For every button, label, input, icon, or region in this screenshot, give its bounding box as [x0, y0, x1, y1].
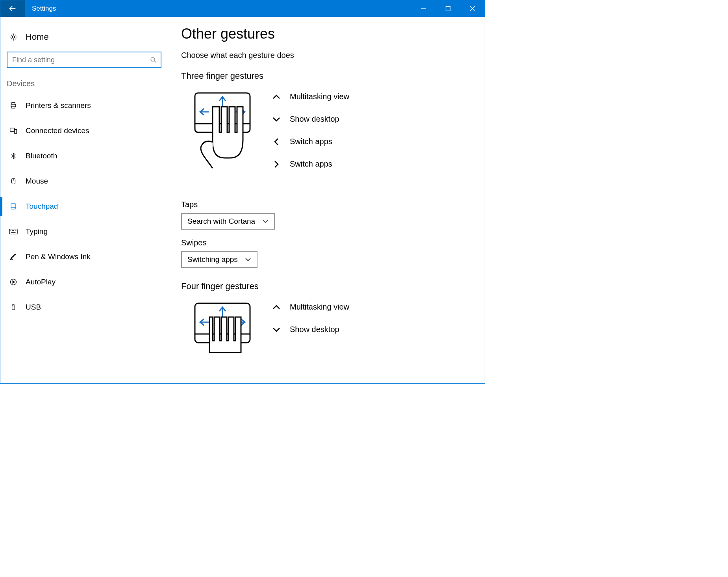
- svg-point-5: [12, 36, 15, 38]
- bluetooth-icon: [9, 152, 18, 160]
- svg-rect-12: [15, 130, 17, 134]
- page-title: Other gestures: [181, 26, 469, 42]
- chevron-left-icon: [272, 138, 281, 146]
- three-finger-row: Multitasking view Show desktop Switch ap…: [181, 89, 469, 191]
- gesture-down: Show desktop: [272, 325, 349, 334]
- sidebar-item-label: Pen & Windows Ink: [26, 252, 91, 261]
- touchpad-icon: [9, 202, 18, 210]
- sidebar-item-autoplay[interactable]: AutoPlay: [7, 269, 161, 295]
- content[interactable]: Other gestures Choose what each gesture …: [168, 17, 485, 383]
- four-finger-row: Multitasking view Show desktop: [181, 299, 469, 362]
- three-finger-illustration: [181, 89, 256, 191]
- mouse-icon: [9, 177, 18, 186]
- sidebar-item-label: Typing: [26, 227, 48, 236]
- svg-rect-25: [12, 306, 15, 310]
- arrow-left-icon: [8, 4, 17, 13]
- gesture-down: Show desktop: [272, 115, 349, 124]
- search-input[interactable]: [12, 56, 146, 64]
- sidebar-item-touchpad[interactable]: Touchpad: [7, 194, 161, 219]
- printer-icon: [9, 102, 18, 109]
- sidebar-item-label: Printers & scanners: [26, 101, 91, 110]
- page-subtitle: Choose what each gesture does: [181, 51, 469, 60]
- gear-icon: [9, 33, 18, 41]
- chevron-down-icon: [245, 257, 251, 262]
- close-icon: [470, 6, 475, 11]
- pen-icon: [9, 253, 18, 261]
- gesture-up-label: Multitasking view: [290, 302, 349, 312]
- swipes-dropdown[interactable]: Switching apps: [181, 251, 257, 268]
- taps-dropdown-value: Search with Cortana: [187, 217, 255, 226]
- sidebar-item-label: Mouse: [26, 177, 48, 186]
- search-icon: [150, 57, 157, 63]
- sidebar-nav: Printers & scanners Connected devices Bl…: [7, 93, 161, 320]
- sidebar: Home Devices Printers & scanners Connect…: [0, 17, 168, 383]
- gesture-right-label: Switch apps: [290, 160, 332, 169]
- window-title: Settings: [25, 0, 56, 17]
- home-button[interactable]: Home: [7, 28, 161, 49]
- svg-rect-9: [12, 103, 15, 104]
- gesture-up-label: Multitasking view: [290, 92, 349, 101]
- sidebar-item-pen[interactable]: Pen & Windows Ink: [7, 244, 161, 269]
- chevron-down-icon: [262, 219, 269, 224]
- keyboard-icon: [9, 228, 18, 235]
- gesture-left-label: Switch apps: [290, 137, 332, 146]
- sidebar-item-label: Bluetooth: [26, 152, 57, 160]
- svg-rect-15: [11, 204, 16, 209]
- swipes-label: Swipes: [181, 238, 469, 247]
- sidebar-item-printers[interactable]: Printers & scanners: [7, 93, 161, 118]
- sidebar-item-label: Connected devices: [26, 126, 89, 135]
- minimize-icon: [421, 6, 426, 11]
- chevron-down-icon: [272, 327, 281, 332]
- sidebar-item-connected-devices[interactable]: Connected devices: [7, 118, 161, 143]
- search-box[interactable]: [7, 52, 161, 68]
- gesture-up: Multitasking view: [272, 92, 349, 101]
- chevron-down-icon: [272, 117, 281, 122]
- maximize-icon: [445, 6, 451, 11]
- window-controls: [411, 0, 485, 17]
- gesture-right: Switch apps: [272, 160, 349, 169]
- close-button[interactable]: [460, 0, 485, 17]
- svg-rect-11: [10, 128, 15, 131]
- svg-rect-26: [13, 304, 14, 306]
- svg-rect-10: [12, 106, 15, 108]
- sidebar-item-usb[interactable]: USB: [7, 295, 161, 320]
- gesture-down-label: Show desktop: [290, 115, 339, 124]
- swipes-dropdown-value: Switching apps: [187, 255, 238, 264]
- gesture-up: Multitasking view: [272, 302, 349, 312]
- gesture-down-label: Show desktop: [290, 325, 339, 334]
- usb-icon: [9, 303, 18, 312]
- sidebar-category: Devices: [7, 78, 161, 93]
- titlebar: Settings: [0, 0, 485, 17]
- taps-dropdown[interactable]: Search with Cortana: [181, 213, 275, 230]
- maximize-button[interactable]: [436, 0, 460, 17]
- chevron-right-icon: [272, 160, 281, 168]
- svg-line-7: [154, 61, 156, 62]
- autoplay-icon: [9, 278, 18, 286]
- four-finger-heading: Four finger gestures: [181, 281, 469, 291]
- svg-point-6: [151, 58, 155, 61]
- chevron-up-icon: [272, 304, 281, 310]
- gesture-left: Switch apps: [272, 137, 349, 146]
- settings-window: Settings Home: [0, 0, 485, 384]
- sidebar-item-typing[interactable]: Typing: [7, 219, 161, 244]
- three-finger-heading: Three finger gestures: [181, 71, 469, 81]
- sidebar-item-label: Touchpad: [26, 202, 58, 211]
- sidebar-item-label: USB: [26, 303, 41, 312]
- minimize-button[interactable]: [411, 0, 436, 17]
- sidebar-item-label: AutoPlay: [26, 278, 56, 286]
- back-button[interactable]: [0, 0, 25, 17]
- chevron-up-icon: [272, 94, 281, 100]
- devices-icon: [9, 127, 18, 135]
- svg-marker-24: [13, 281, 15, 284]
- svg-rect-2: [446, 7, 450, 11]
- home-label: Home: [26, 32, 49, 42]
- taps-label: Taps: [181, 200, 469, 209]
- sidebar-item-bluetooth[interactable]: Bluetooth: [7, 143, 161, 169]
- svg-rect-17: [9, 229, 17, 234]
- sidebar-item-mouse[interactable]: Mouse: [7, 169, 161, 194]
- four-finger-illustration: [181, 299, 256, 362]
